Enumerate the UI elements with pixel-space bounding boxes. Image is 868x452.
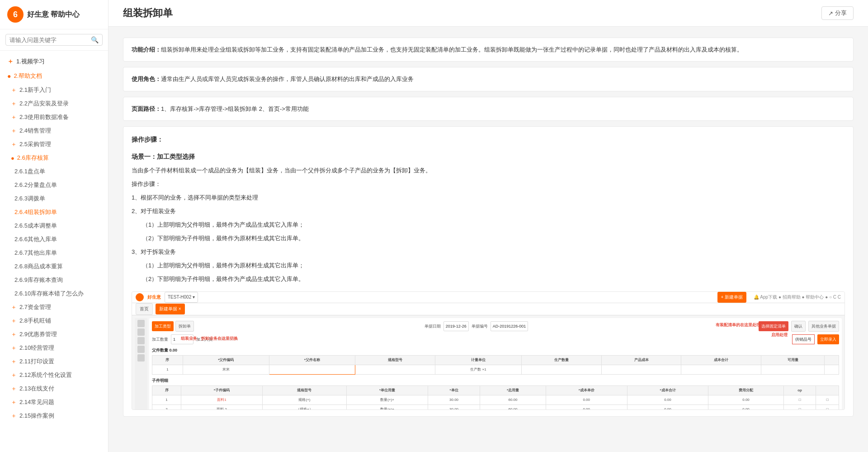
sidebar-item-inventory-fix[interactable]: 2.6.10库存账本错了怎么办 xyxy=(0,287,108,300)
logo-text: 好生意 帮助中心 xyxy=(27,10,80,19)
role-text: 通常由生产人员或库管人员完成拆装业务的操作，库管人员确认原材料的出库和产成品的入… xyxy=(161,76,414,82)
mock-app: 好生意 TEST-H002 ▾ + 新建单据 🔔 App下载 ● 招商帮助 ● … xyxy=(132,292,844,409)
step1: 1、根据不同的业务，选择不同单据的类型来处理 xyxy=(132,192,845,204)
step3-2: （2）下部明细为子件明细，最终作为产成品生成其它入库单。 xyxy=(132,273,845,285)
path-block: 页面路径：1、库存核算->库存管理->组装拆卸单 2、首页->常用功能 xyxy=(123,97,854,121)
steps-block: 操作步骤： 场景一：加工类型选择 当由多个子件材料组装成一个成品的业务为【组装】… xyxy=(123,126,854,417)
sidebar-item-finance[interactable]: ＋ 2.7资金管理 xyxy=(0,300,108,314)
mock-tab-active: 新建单据 × xyxy=(156,304,185,314)
callout-switch: 组装业务、拆卸业务在这里切换 xyxy=(181,334,238,343)
callout-bom: 有装配清单的在这里处理 xyxy=(716,321,760,329)
step2-1: （1）上部明细为父件明细，最终作为产成品生成其它入库单； xyxy=(132,219,845,231)
sidebar-label: 2.4销售管理 xyxy=(19,127,51,135)
mock-ctd-avail2: 0.00 xyxy=(708,405,783,410)
search-input-wrap[interactable]: 🔍 xyxy=(5,34,103,46)
mock-ctd-total-cost: 0.00 xyxy=(627,395,708,405)
mock-ctd-name: 规格(+) xyxy=(262,395,346,405)
sidebar-label: 2.6.8商品成本重算 xyxy=(14,262,63,271)
mock-ctd-total: 60.00 xyxy=(480,395,546,405)
mock-cth-code: *子件编码 xyxy=(181,386,263,395)
role-label: 使用角色： xyxy=(132,76,161,82)
mock-th-item-code: *父件编码 xyxy=(183,356,269,365)
mock-ctd-op: □ xyxy=(783,395,816,405)
nav-list: ＋ 1.视频学习 ● 2.帮助文档 ＋ 2.1新手入门 ＋ 2.2产品安装及登录 xyxy=(0,51,108,452)
plus-icon: ＋ xyxy=(11,127,17,135)
sidebar-item-payment[interactable]: ＋ 2.13在线支付 xyxy=(0,382,108,395)
step2: 2、对于组装业务 xyxy=(132,205,845,217)
step2-2: （2）下部明细为子件明细，最终作为原材料生成其它出库单。 xyxy=(132,233,845,244)
mock-cth-avail: 费用分配 xyxy=(708,386,783,395)
mock-btn-disassembly: 拆卸单 xyxy=(175,321,194,332)
sidebar-item-other-out[interactable]: 2.6.7其他出库单 xyxy=(0,246,108,260)
mock-td-spec xyxy=(355,365,435,375)
sidebar-item-cases[interactable]: ＋ 2.15操作案例 xyxy=(0,409,108,423)
sidebar-label: 2.6.6其他入库单 xyxy=(14,235,57,243)
sidebar-item-coupon[interactable]: ＋ 2.9优惠券管理 xyxy=(0,328,108,341)
ops-title: 操作步骤： xyxy=(132,133,845,146)
sidebar-item-help-doc[interactable]: ● 2.帮助文档 xyxy=(0,69,108,83)
plus-icon: ＋ xyxy=(11,100,17,108)
mock-nav-icon xyxy=(137,337,145,344)
scene1-desc: 当由多个子件材料组装成一个成品的业务为【组装】业务，当由一个父件拆分成多个子产品… xyxy=(132,165,845,176)
role-block: 使用角色：通常由生产人员或库管人员完成拆装业务的操作，库管人员确认原材料的出库和… xyxy=(123,67,854,91)
mock-cth-total-cost: *成本合计 xyxy=(627,386,708,395)
sidebar-item-video-learning[interactable]: ＋ 1.视频学习 xyxy=(0,54,108,69)
plus-icon: ＋ xyxy=(11,385,17,393)
sidebar-label: 2.6.10库存账本错了怎么办 xyxy=(14,290,84,298)
sidebar-item-purchase[interactable]: ＋ 2.5采购管理 xyxy=(0,138,108,151)
mock-cth-seq: 序 xyxy=(152,386,181,395)
mock-qty-label: 加工数量 xyxy=(152,335,168,343)
sidebar: 6 好生意 帮助中心 🔍 ＋ 1.视频学习 ● 2.帮助文档 ＋ xyxy=(0,0,108,452)
sidebar-item-other-in[interactable]: 2.6.6其他入库单 xyxy=(0,233,108,246)
sidebar-item-system[interactable]: ＋ 2.12系统个性化设置 xyxy=(0,368,108,382)
func-intro-block: 功能介绍：组装拆卸单用来处理企业组装或拆卸等加工业务，支持有固定装配清单的产品加… xyxy=(123,38,854,62)
sidebar-item-ops[interactable]: ＋ 2.10经营管理 xyxy=(0,341,108,355)
sidebar-item-mobile[interactable]: ＋ 2.8手机旺铺 xyxy=(0,314,108,328)
sidebar-item-assembly[interactable]: 2.6.4组装拆卸单 xyxy=(0,205,108,219)
mock-td-qty xyxy=(522,365,602,375)
mock-ctd-del2: □ xyxy=(816,405,839,410)
mock-ctd-del: □ xyxy=(816,395,839,405)
mock-cth-total: *总用量 xyxy=(480,386,546,395)
mock-th-seq: 序 xyxy=(152,356,183,365)
mock-icons: 🔔 App下载 ● 招商帮助 ● 帮助中心 ● ○ C C xyxy=(754,293,841,302)
mock-tab-home: 首页 xyxy=(136,303,153,315)
mock-child-tbody: 1 面料1 规格(+) 数量(+)+ 30.00 60.00 0.00 0.00 xyxy=(152,395,839,410)
mock-td-total xyxy=(681,365,761,375)
mock-date-input: 2019-12-26 xyxy=(443,321,469,331)
screenshot-container: 好生意 TEST-H002 ▾ + 新建单据 🔔 App下载 ● 招商帮助 ● … xyxy=(132,291,845,410)
sidebar-item-cost-adjust[interactable]: 2.6.5成本调整单 xyxy=(0,219,108,233)
mock-nav-icon xyxy=(137,328,145,336)
sidebar-item-inventory-query[interactable]: 2.6.9库存账本查询 xyxy=(0,273,108,287)
share-button[interactable]: ↗ 分享 xyxy=(821,6,854,20)
mock-cth-unit: *单位 xyxy=(428,386,480,395)
nav-sub-list: ＋ 2.1新手入门 ＋ 2.2产品安装及登录 ＋ 2.3使用前数据准备 ＋ 2.… xyxy=(0,83,108,423)
plus-icon: ＋ xyxy=(11,371,17,379)
sidebar-item-newbie[interactable]: ＋ 2.1新手入门 xyxy=(0,83,108,97)
sidebar-item-print[interactable]: ＋ 2.11打印设置 xyxy=(0,355,108,368)
mock-btn-bom: 选择固定清单 xyxy=(759,321,788,331)
main-content: 组装拆卸单 ↗ 分享 功能介绍：组装拆卸单用来处理企业组装或拆卸等加工业务，支持… xyxy=(108,0,868,452)
screenshot-inner: 好生意 TEST-H002 ▾ + 新建单据 🔔 App下载 ● 招商帮助 ● … xyxy=(132,292,844,409)
sidebar-item-transfer[interactable]: 2.6.3调拨单 xyxy=(0,192,108,205)
mock-child-header-row: 序 *子件编码 规格型号 *单位用量 *单位 *总用量 *成本单价 *成本合计 xyxy=(152,386,839,395)
sidebar-item-cost-recalc[interactable]: 2.6.8商品成本重算 xyxy=(0,260,108,273)
sidebar-item-install[interactable]: ＋ 2.2产品安装及登录 xyxy=(0,97,108,110)
mock-cth-qty: *单位用量 xyxy=(347,386,428,395)
sidebar-item-inventory[interactable]: ● 2.6库存核算 xyxy=(0,151,108,165)
search-input[interactable] xyxy=(9,37,91,43)
content-area: 功能介绍：组装拆卸单用来处理企业组装或拆卸等加工业务，支持有固定装配清单的产品加… xyxy=(108,27,868,452)
mock-main-area: 加工类型 拆卸单 单据日期 2019-12-26 单据编号 AD-2019122… xyxy=(132,315,844,409)
mock-th-spec: 规格型号 xyxy=(355,356,435,365)
plus-icon: ＋ xyxy=(11,317,17,325)
mock-th-available: 可用量 xyxy=(761,356,824,365)
sidebar-item-sales[interactable]: ＋ 2.4销售管理 xyxy=(0,124,108,138)
sidebar-item-data-prep[interactable]: ＋ 2.3使用前数据准备 xyxy=(0,110,108,124)
page-title: 组装拆卸单 xyxy=(123,6,173,20)
step3: 3、对于拆装业务 xyxy=(132,246,845,258)
sidebar-item-split-stocktake[interactable]: 2.6.2分量盘点单 xyxy=(0,178,108,192)
sidebar-item-stocktake[interactable]: 2.6.1盘点单 xyxy=(0,165,108,178)
sidebar-item-faq[interactable]: ＋ 2.14常见问题 xyxy=(0,395,108,409)
mock-parent-row-1: 1 米米 生产数 ×1 xyxy=(152,365,839,375)
search-icon[interactable]: 🔍 xyxy=(91,36,99,43)
